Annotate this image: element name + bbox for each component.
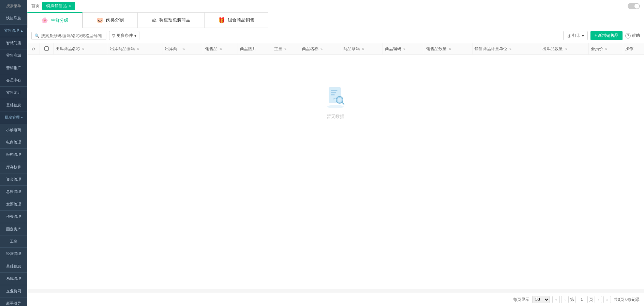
sidebar-item-purchase-mgmt[interactable]: 采购管理 [0, 149, 27, 161]
sidebar-item-capital-mgmt[interactable]: 资金管理 [0, 173, 27, 186]
svg-line-8 [342, 102, 344, 104]
sidebar-item-system-mgmt[interactable]: 系统管理 [0, 273, 27, 285]
sort-icon-8: ⇅ [403, 47, 406, 51]
empty-state: 暂无数据 [27, 55, 644, 147]
sidebar-item-retail-mall[interactable]: 零售商城 [0, 49, 27, 62]
sidebar-item-business-mgmt[interactable]: 经营管理 [0, 248, 27, 260]
svg-rect-3 [331, 90, 338, 91]
main-content: 首页 特殊销售品 × 🌸 生鲜分级 🐷 肉类分割 ⚖ 称重预包装商品 [27, 0, 644, 306]
search-input[interactable] [41, 33, 102, 38]
sidebar-logo[interactable]: 搜索菜单 [0, 0, 27, 12]
select-all-checkbox[interactable] [44, 46, 49, 51]
subtab-fresh-grade[interactable]: 🌸 生鲜分级 [27, 12, 83, 28]
th-weight: 主量 ⇅ [272, 43, 300, 55]
subtab-combo-label: 组合商品销售 [228, 17, 254, 23]
sidebar-item-ecommerce-small[interactable]: 小畅电商 [0, 124, 27, 136]
sort-icon-4: ⇅ [220, 47, 222, 51]
weigh-icon: ⚖ [152, 17, 156, 24]
horizontal-scrollbar[interactable] [27, 289, 644, 293]
sidebar-item-invoice-mgmt[interactable]: 发票管理 [0, 198, 27, 211]
toggle-switch[interactable] [628, 3, 640, 9]
sidebar-item-basic-info[interactable]: 基础信息 [0, 260, 27, 273]
empty-illustration [322, 82, 349, 109]
print-button[interactable]: 🖨 打印 ▾ [563, 31, 588, 40]
combo-icon: 🎁 [218, 17, 225, 24]
th-member-price: 会员价 ⇅ [588, 43, 623, 55]
empty-row: 暂无数据 [27, 55, 644, 147]
sort-icon-7: ⇅ [362, 47, 364, 51]
th-settings[interactable]: ⚙ [27, 43, 40, 55]
th-sale-unit: 销售商品计量单位 ⇅ [472, 43, 540, 55]
subtab-fresh-grade-label: 生鲜分级 [51, 17, 69, 24]
th-goods-name: 商品名称 ⇅ [300, 43, 341, 55]
sort-icon-5: ⇅ [284, 47, 287, 51]
toolbar-actions: 🖨 打印 ▾ + 新增销售品 ? 帮助 [563, 31, 640, 40]
sort-icon: ⇅ [82, 47, 85, 51]
sidebar-item-enterprise[interactable]: 企业协同 [0, 285, 27, 297]
sort-icon-12: ⇅ [605, 47, 608, 51]
sidebar-item-beginner[interactable]: 新手引导 [0, 297, 27, 306]
sidebar-item-ledger[interactable]: 总账管理 [0, 186, 27, 198]
sidebar-item-fixed-assets[interactable]: 固定资产 [0, 223, 27, 235]
subtab-weigh-label: 称重预包装商品 [159, 17, 190, 23]
subtab-combo-sales[interactable]: 🎁 组合商品销售 [204, 12, 268, 28]
meat-cut-icon: 🐷 [96, 17, 103, 24]
sidebar-item-retail-stats[interactable]: 零售统计 [0, 87, 27, 99]
sidebar-item-marketing[interactable]: 营销推广 [0, 62, 27, 74]
home-tab[interactable]: 首页 [31, 3, 40, 9]
sidebar-item-retail-mgmt[interactable]: 零售管理 ▲ [0, 25, 27, 37]
sidebar-item-wholesale-mgmt[interactable]: 批发管理 ▾ [0, 111, 27, 124]
page-navigation: « ‹ 第 页 › » [552, 296, 611, 303]
sidebar-item-shortcuts[interactable]: 快捷导航 [0, 12, 27, 25]
sidebar-item-basic-info-retail[interactable]: 基础信息 [0, 99, 27, 111]
subtab-meat-cut-label: 肉类分割 [106, 17, 124, 23]
next-page-button[interactable]: › [595, 296, 602, 303]
prev-page-button[interactable]: ‹ [561, 296, 569, 303]
chevron-down-icon: ▲ [20, 29, 24, 33]
add-product-button[interactable]: + 新增销售品 [590, 31, 623, 40]
th-image: 商品图片 [238, 43, 272, 55]
sort-icon-11: ⇅ [565, 47, 568, 51]
sidebar-item-tax-mgmt[interactable]: 税务管理 [0, 211, 27, 223]
sidebar-item-ecommerce-mgmt[interactable]: 电商管理 [0, 136, 27, 149]
topbar-right [628, 3, 640, 9]
toolbar-bar: 🔍 ▽ 更多条件 ▾ 🖨 打印 ▾ + 新增销售品 ? 帮助 [27, 28, 644, 43]
sidebar-item-salary[interactable]: 工资 [0, 235, 27, 248]
last-page-button[interactable]: » [603, 296, 611, 303]
page-input[interactable] [575, 296, 588, 303]
th-out-spec: 出库商... ⇅ [163, 43, 203, 55]
svg-rect-4 [331, 92, 336, 93]
subtabs-bar: 🌸 生鲜分级 🐷 肉类分割 ⚖ 称重预包装商品 🎁 组合商品销售 [27, 12, 644, 28]
sort-icon-10: ⇅ [509, 47, 512, 51]
help-icon: ? [625, 33, 631, 39]
subtab-weigh-package[interactable]: ⚖ 称重预包装商品 [138, 12, 204, 28]
sidebar-item-member[interactable]: 会员中心 [0, 74, 27, 87]
table-body: 暂无数据 [27, 55, 644, 147]
tab-close-icon[interactable]: × [69, 4, 71, 8]
print-label: 打印 [572, 33, 581, 39]
th-checkbox[interactable] [40, 43, 53, 55]
sort-icon-3: ⇅ [182, 47, 185, 51]
search-box[interactable]: 🔍 [31, 32, 106, 40]
total-records: 共0页 0条记录 [614, 297, 640, 303]
svg-rect-5 [331, 94, 335, 95]
th-sale-item: 销售品 ⇅ [203, 43, 238, 55]
th-out-code: 出库商品编码 ⇅ [108, 43, 163, 55]
sort-icon-2: ⇅ [137, 47, 139, 51]
first-page-button[interactable]: « [552, 296, 560, 303]
search-icon: 🔍 [34, 33, 40, 38]
sidebar-item-inventory[interactable]: 库存核算 [0, 161, 27, 173]
svg-point-7 [338, 98, 342, 102]
empty-text: 暂无数据 [327, 113, 344, 120]
help-button[interactable]: ? 帮助 [625, 33, 640, 39]
subtab-meat-cut[interactable]: 🐷 肉类分割 [83, 12, 138, 28]
svg-point-0 [327, 105, 344, 108]
filter-icon: ▽ [112, 33, 115, 38]
sort-icon-9: ⇅ [449, 47, 451, 51]
sidebar-item-smart-store[interactable]: 智慧门店 [0, 37, 27, 49]
special-sales-tab[interactable]: 特殊销售品 × [42, 2, 75, 10]
fresh-grade-icon: 🌸 [41, 17, 48, 24]
filter-button[interactable]: ▽ 更多条件 ▾ [109, 31, 139, 40]
print-arrow-icon: ▾ [582, 33, 584, 38]
per-page-select[interactable]: 50 10 20 100 [532, 296, 550, 303]
